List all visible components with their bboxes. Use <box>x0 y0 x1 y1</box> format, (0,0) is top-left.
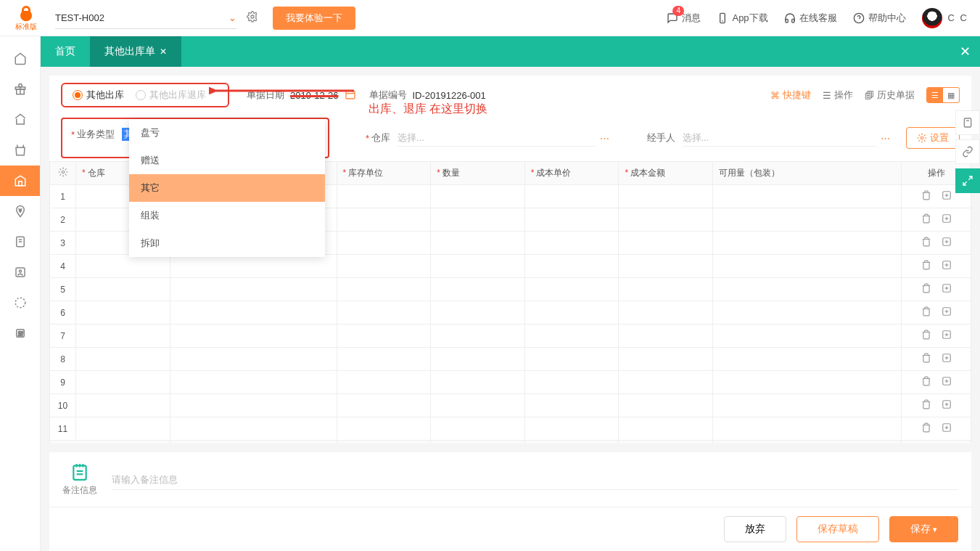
biztype-label: 业务类型 <box>77 128 115 141</box>
try-button[interactable]: 我要体验一下 <box>273 7 355 30</box>
date-value[interactable]: 2019-12-26 <box>290 90 339 101</box>
avatar[interactable] <box>922 8 942 28</box>
svg-text:新: 新 <box>17 331 22 336</box>
help-center-button[interactable]: 帮助中心 <box>853 12 906 25</box>
dd-item-other[interactable]: 其它 <box>129 174 325 202</box>
delete-icon[interactable] <box>921 330 931 342</box>
brand-logo: 标准版 <box>12 4 41 32</box>
add-icon[interactable] <box>942 330 952 342</box>
close-all-tabs[interactable]: ✕ <box>950 36 980 67</box>
history-button[interactable]: 🗐 历史单据 <box>865 89 915 102</box>
delete-icon[interactable] <box>921 213 931 226</box>
row-index: 11 <box>50 417 76 441</box>
subtotal-qty: 0.00 <box>431 441 525 444</box>
table-row[interactable]: 5 <box>50 278 971 301</box>
table-row[interactable]: 11 <box>50 417 971 441</box>
rail-link-icon[interactable] <box>955 139 980 164</box>
svg-rect-7 <box>18 181 22 186</box>
side-sale[interactable] <box>0 135 40 166</box>
add-icon[interactable] <box>942 260 952 272</box>
handler-label: 经手人 <box>647 131 675 144</box>
close-icon[interactable]: ✕ <box>160 46 167 57</box>
dd-item-disassemble[interactable]: 拆卸 <box>129 229 325 257</box>
shop-name: TEST-H002 <box>55 12 104 23</box>
tab-other-outbound[interactable]: 其他出库单 ✕ <box>90 36 181 67</box>
side-more[interactable] <box>0 287 40 318</box>
table-row[interactable]: 9 <box>50 371 971 394</box>
remark-input[interactable] <box>112 470 958 490</box>
row-index: 10 <box>50 394 76 417</box>
discard-button[interactable]: 放弃 <box>724 516 786 542</box>
table-row[interactable]: 4 <box>50 255 971 278</box>
form-header: 其他出库 其他出库退库 单据日期 2019-12-26 <box>49 75 971 161</box>
hotkey-button[interactable]: ⌘ 快捷键 <box>770 89 811 102</box>
delete-icon[interactable] <box>921 306 931 319</box>
rail-expand-icon[interactable] <box>955 168 980 193</box>
svg-point-13 <box>19 270 21 272</box>
add-icon[interactable] <box>942 237 952 249</box>
row-index: 4 <box>50 255 76 278</box>
delete-icon[interactable] <box>921 376 931 388</box>
side-finance[interactable]: ¥ <box>0 196 40 226</box>
table-row[interactable]: 10 <box>50 394 971 417</box>
side-home[interactable] <box>0 44 40 74</box>
dd-item-assemble[interactable]: 组装 <box>129 202 325 229</box>
add-icon[interactable] <box>942 213 952 226</box>
top-bar: 标准版 TEST-H002 ⌄ 我要体验一下 消息 4 App下载 在线客服 帮… <box>0 0 980 36</box>
side-gift[interactable] <box>0 74 40 105</box>
svg-point-0 <box>251 15 254 18</box>
side-warehouse[interactable] <box>0 166 40 196</box>
side-purchase[interactable] <box>0 105 40 135</box>
delete-icon[interactable] <box>921 399 931 412</box>
more-icon[interactable]: ⋯ <box>600 133 611 144</box>
side-new[interactable]: 新 <box>0 318 40 348</box>
warehouse-select[interactable] <box>398 129 595 147</box>
settings-button[interactable]: 设置 <box>906 127 960 149</box>
customer-service-button[interactable]: 在线客服 <box>784 12 837 25</box>
messages-button[interactable]: 消息 4 <box>667 12 701 25</box>
outbound-type-radio-group: 其他出库 其他出库退库 <box>61 83 229 107</box>
col-gear[interactable] <box>50 162 76 185</box>
rail-note-icon[interactable] <box>955 110 980 135</box>
radio-return[interactable]: 其他出库退库 <box>136 89 206 102</box>
tab-home[interactable]: 首页 <box>41 36 90 67</box>
table-row[interactable]: 8 <box>50 348 971 371</box>
svg-rect-1 <box>720 13 725 23</box>
add-icon[interactable] <box>942 423 952 435</box>
delete-icon[interactable] <box>921 190 931 203</box>
delete-icon[interactable] <box>921 423 931 435</box>
save-button[interactable]: 保存 <box>889 516 958 542</box>
handler-select[interactable] <box>683 129 877 147</box>
save-draft-button[interactable]: 保存草稿 <box>796 516 879 542</box>
delete-icon[interactable] <box>921 353 931 365</box>
view-toggle[interactable]: ☰ ▦ <box>926 87 960 103</box>
delete-icon[interactable] <box>921 237 931 249</box>
row-index: 8 <box>50 348 76 371</box>
gear-icon[interactable] <box>247 11 258 25</box>
side-report[interactable] <box>0 226 40 257</box>
table-row[interactable]: 6 <box>50 301 971 325</box>
actions-button[interactable]: ☰ 操作 <box>823 89 853 102</box>
dd-item-loss[interactable]: 盘亏 <box>129 119 325 147</box>
add-icon[interactable] <box>942 283 952 295</box>
grid-view-icon[interactable]: ▦ <box>943 88 959 102</box>
add-icon[interactable] <box>942 353 952 365</box>
app-download-button[interactable]: App下载 <box>717 12 767 25</box>
add-icon[interactable] <box>942 376 952 388</box>
delete-icon[interactable] <box>921 260 931 272</box>
delete-icon[interactable] <box>921 283 931 295</box>
svg-rect-60 <box>73 465 86 480</box>
more-icon[interactable]: ⋯ <box>881 133 892 144</box>
add-icon[interactable] <box>942 306 952 319</box>
side-contact[interactable] <box>0 257 40 287</box>
add-icon[interactable] <box>942 399 952 412</box>
add-icon[interactable] <box>942 190 952 203</box>
svg-point-26 <box>62 171 65 174</box>
radio-outbound[interactable]: 其他出库 <box>73 89 124 102</box>
table-row[interactable]: 7 <box>50 325 971 348</box>
calendar-icon[interactable] <box>345 89 356 102</box>
note-icon <box>70 462 89 481</box>
list-view-icon[interactable]: ☰ <box>927 88 943 102</box>
dd-item-gift[interactable]: 赠送 <box>129 147 325 174</box>
shop-selector[interactable]: TEST-H002 ⌄ <box>55 7 236 29</box>
